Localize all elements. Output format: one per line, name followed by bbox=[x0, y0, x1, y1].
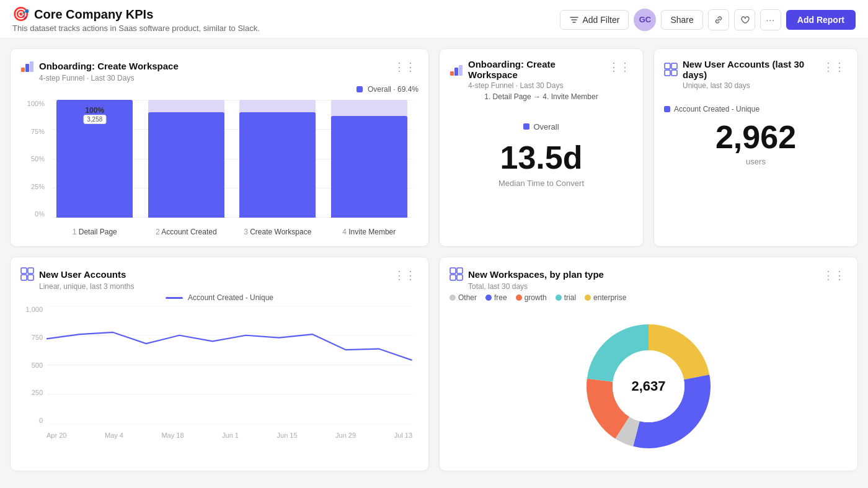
donut-chart-icon bbox=[450, 267, 463, 281]
donut-title-area: New Workspaces, by plan type Total, last… bbox=[450, 267, 604, 291]
enterprise-dot bbox=[585, 295, 591, 301]
top-right-area: Onboarding: Create Workspace 4-step Funn… bbox=[439, 48, 858, 247]
user-avatar[interactable]: GC bbox=[634, 9, 656, 31]
svg-rect-0 bbox=[21, 68, 25, 72]
title-row: 🎯 Core Company KPIs bbox=[12, 6, 552, 22]
main-content: Onboarding: Create Workspace 4-step Funn… bbox=[0, 38, 868, 481]
x-label-4: 4 Invite Member bbox=[326, 228, 413, 236]
header-actions: Add Filter GC Share ··· Add Report bbox=[560, 9, 856, 31]
funnel-left-legend: Overall · 69.4% bbox=[20, 85, 418, 94]
donut-chart-card: New Workspaces, by plan type Total, last… bbox=[439, 257, 858, 471]
bar-group-3: 89.45% 2,612 bbox=[234, 100, 321, 218]
legend-free: free bbox=[485, 293, 507, 302]
median-display: Overall 13.5d Median Time to Convert bbox=[450, 109, 633, 194]
funnel-chart-area: 100% 75% 50% 25% 0% 100% 3,2 bbox=[20, 100, 418, 236]
metric-card-header: New User Accounts (last 30 days) Unique,… bbox=[664, 59, 848, 90]
step-path: 1. Detail Page → 4. Invite Member bbox=[450, 92, 633, 101]
metric-subtitle: Unique, last 30 days bbox=[683, 81, 820, 90]
x-label-3: 3 Create Workspace bbox=[234, 228, 321, 236]
legend-trial: trial bbox=[556, 293, 576, 302]
header: 🎯 Core Company KPIs This dataset tracks … bbox=[0, 0, 868, 38]
legend-overall-dot bbox=[356, 86, 363, 92]
bar-fill-4 bbox=[331, 116, 407, 218]
median-subtext: Median Time to Convert bbox=[450, 179, 633, 188]
median-value: 13.5d bbox=[450, 141, 633, 174]
funnel-left-card: Onboarding: Create Workspace 4-step Funn… bbox=[10, 48, 429, 247]
donut-menu-button[interactable]: ⋮⋮ bbox=[820, 267, 848, 283]
bar-group-2: 89.63% 2,920 bbox=[143, 100, 230, 218]
favorite-icon-button[interactable] bbox=[734, 9, 755, 30]
add-report-button[interactable]: Add Report bbox=[786, 10, 856, 30]
y-axis: 100% 75% 50% 25% 0% bbox=[20, 100, 48, 218]
link-icon-button[interactable] bbox=[708, 9, 729, 30]
free-dot bbox=[485, 295, 492, 301]
donut-wrapper: 2,637 bbox=[574, 312, 723, 461]
trial-dot bbox=[556, 295, 562, 301]
svg-rect-12 bbox=[21, 275, 27, 280]
add-filter-button[interactable]: Add Filter bbox=[560, 10, 629, 30]
bar-bg-3 bbox=[239, 100, 316, 218]
legend-other: Other bbox=[450, 293, 477, 302]
funnel-right-title: Onboarding: Create Workspace bbox=[468, 59, 606, 80]
funnel-left-chart-icon bbox=[20, 59, 34, 73]
filter-icon bbox=[569, 15, 579, 25]
svg-rect-9 bbox=[671, 70, 677, 76]
funnel-right-title-area: Onboarding: Create Workspace 4-step Funn… bbox=[450, 59, 606, 90]
metric-value: 2,962 bbox=[664, 121, 848, 153]
ellipsis-icon: ··· bbox=[766, 15, 775, 25]
svg-rect-21 bbox=[450, 275, 456, 280]
line-chart-title-area: New User Accounts Linear, unique, last 3… bbox=[20, 267, 134, 291]
svg-rect-2 bbox=[30, 61, 33, 72]
funnel-left-subtitle: 4-step Funnel · Last 30 Days bbox=[39, 74, 179, 82]
svg-rect-13 bbox=[28, 275, 33, 280]
growth-dot bbox=[516, 295, 522, 301]
bar-label-1: 100% 3,258 bbox=[83, 106, 106, 124]
donut-chart-header: New Workspaces, by plan type Total, last… bbox=[450, 267, 848, 291]
line-chart-card: New User Accounts Linear, unique, last 3… bbox=[10, 257, 429, 471]
funnel-left-title-row: Onboarding: Create Workspace bbox=[20, 59, 179, 73]
legend-enterprise: enterprise bbox=[585, 293, 626, 302]
x-label-2: 2 Account Created bbox=[143, 228, 230, 236]
metric-title: New User Accounts (last 30 days) bbox=[683, 59, 820, 80]
line-chart-menu-button[interactable]: ⋮⋮ bbox=[391, 267, 418, 283]
donut-title: New Workspaces, by plan type bbox=[468, 269, 604, 280]
line-chart-svg-area: 1,000 750 500 250 0 Apr 20 bbox=[20, 306, 418, 439]
line-legend-dash bbox=[166, 297, 183, 299]
metric-card: New User Accounts (last 30 days) Unique,… bbox=[653, 48, 858, 247]
line-svg bbox=[46, 306, 412, 424]
app-logo: 🎯 bbox=[12, 6, 29, 22]
page-title: Core Company KPIs bbox=[34, 7, 153, 22]
donut-title-row: New Workspaces, by plan type bbox=[450, 267, 604, 281]
x-label-1: 1 Detail Page bbox=[51, 228, 138, 236]
svg-rect-19 bbox=[450, 268, 456, 273]
x-axis-labels: 1 Detail Page 2 Account Created 3 Create… bbox=[51, 218, 412, 236]
funnel-left-title-area: Onboarding: Create Workspace 4-step Funn… bbox=[20, 59, 179, 82]
share-button[interactable]: Share bbox=[661, 10, 702, 30]
line-chart-subtitle: Linear, unique, last 3 months bbox=[39, 282, 134, 291]
funnel-right-card: Onboarding: Create Workspace 4-step Funn… bbox=[439, 48, 644, 247]
more-options-button[interactable]: ··· bbox=[760, 9, 781, 30]
line-x-axis: Apr 20 May 4 May 18 Jun 1 Jun 15 Jun 29 … bbox=[46, 432, 412, 439]
svg-rect-4 bbox=[454, 68, 458, 76]
bar-group-1: 100% 3,258 bbox=[51, 100, 138, 218]
legend-growth: growth bbox=[516, 293, 547, 302]
svg-rect-5 bbox=[459, 65, 463, 76]
funnel-right-chart-icon bbox=[450, 63, 463, 76]
metric-title-row: New User Accounts (last 30 days) bbox=[664, 59, 820, 80]
metric-menu-button[interactable]: ⋮⋮ bbox=[820, 59, 848, 75]
funnel-left-menu-button[interactable]: ⋮⋮ bbox=[391, 59, 418, 75]
funnel-right-subtitle: 4-step Funnel · Last 30 Days bbox=[468, 81, 606, 90]
funnel-right-menu-button[interactable]: ⋮⋮ bbox=[606, 59, 633, 75]
line-chart-title: New User Accounts bbox=[39, 269, 126, 280]
funnel-right-title-row: Onboarding: Create Workspace bbox=[450, 59, 606, 80]
svg-rect-20 bbox=[457, 268, 463, 273]
donut-subtitle: Total, last 30 days bbox=[468, 282, 604, 291]
donut-svg-container: 2,637 bbox=[450, 312, 848, 461]
metric-chart-icon bbox=[664, 63, 678, 76]
other-dot bbox=[450, 295, 456, 301]
line-chart-icon bbox=[20, 267, 34, 281]
metric-display: Account Created - Unique 2,962 users bbox=[664, 92, 848, 172]
bar-fill-2 bbox=[148, 112, 224, 218]
svg-rect-1 bbox=[25, 64, 29, 72]
funnel-right-header: Onboarding: Create Workspace 4-step Funn… bbox=[450, 59, 633, 90]
